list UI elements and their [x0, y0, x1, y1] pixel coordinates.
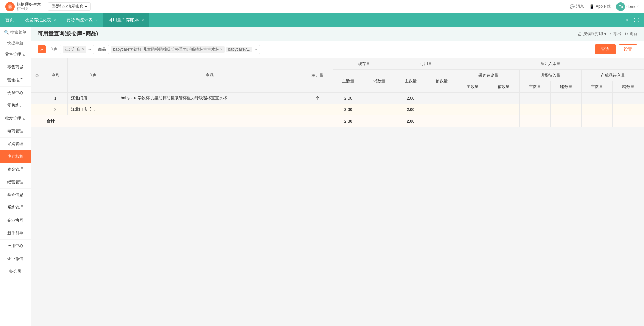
sidebar-item-wholesale[interactable]: 批发管理 ▲ [0, 112, 31, 125]
row2-warehouse: 江北门店【... [68, 104, 117, 115]
row1-incoming-aux [550, 93, 582, 104]
row1-warehouse: 江北门店 [68, 93, 117, 104]
tab-close-order[interactable]: × [95, 18, 97, 22]
download-icon: 📱 [589, 4, 594, 9]
row1-purchase-main [457, 93, 488, 104]
row1-product: babycare学饮杯 儿童防摔防撞吸管杯重力球吸嘴杯宝宝水杯 [117, 93, 302, 104]
sidebar-item-operation[interactable]: 经营管理 [0, 176, 31, 189]
export-btn[interactable]: ↑ 导出 [610, 31, 621, 37]
fullscreen-icon[interactable]: ⛶ [631, 16, 641, 24]
row1-incoming-main [519, 93, 550, 104]
table-area: ⚙ 序号 仓库 商品 主计量 现存量 可用量 预计入库量 主数量 辅数量 主数量 [31, 58, 644, 326]
sidebar-item-guide[interactable]: 新手引导 [0, 227, 31, 240]
sidebar-item-basic-info[interactable]: 基础信息 [0, 189, 31, 201]
summary-label: 合计 [43, 115, 333, 127]
sidebar-item-retail-mgmt[interactable]: 零售管理 ▲ [0, 48, 31, 61]
tab-available-stock[interactable]: 可用量库存账本 × [103, 13, 149, 27]
message-icon: 💬 [570, 4, 575, 9]
top-bar: 畅 畅捷通好生意 标准版 母婴行业演示账套 ▾ 💬 消息 📱 App下载 Ea … [0, 0, 644, 13]
row1-unit: 个 [302, 93, 333, 104]
th-incoming-sub: 进货待入量 [519, 70, 581, 81]
th-incoming-main: 主数量 [519, 81, 550, 93]
sidebar-item-inventory[interactable]: 库存核算 [0, 150, 31, 163]
top-bar-left: 畅 畅捷通好生意 标准版 母婴行业演示账套 ▾ [5, 2, 91, 11]
sidebar-item-finance[interactable]: 资金管理 [0, 163, 31, 176]
sidebar-item-wechat[interactable]: 企业微信 [0, 252, 31, 265]
th-purchase-main: 主数量 [457, 81, 488, 93]
sidebar-item-retail-mall[interactable]: 零售商城 [0, 61, 31, 74]
row1-purchase-aux [488, 93, 520, 104]
tab-close-receive[interactable]: × [54, 18, 56, 22]
th-incoming-aux: 辅数量 [550, 81, 582, 93]
refresh-icon: ↻ [625, 32, 628, 36]
row2-seq: 2 [43, 104, 68, 115]
warehouse-tag: 江北门店 × [63, 46, 86, 53]
close-tab-icon[interactable]: × [623, 16, 631, 24]
sidebar-item-ecommerce[interactable]: 电商管理 [0, 125, 31, 138]
th-forecast-group: 预计入库量 [457, 58, 644, 70]
sidebar-quick-nav[interactable]: 快捷导航 [0, 38, 31, 48]
warehouse-tag-remove[interactable]: × [82, 47, 84, 52]
tab-close-available[interactable]: × [142, 18, 144, 22]
tab-order-stats[interactable]: 要货单统计表 × [61, 13, 103, 27]
row2-incoming-aux [550, 104, 582, 115]
app-download-btn[interactable]: 📱 App下载 [589, 4, 611, 9]
product-tag1-remove[interactable]: × [220, 47, 223, 52]
expand-icon: ▲ [22, 53, 26, 56]
tenant-selector[interactable]: 母婴行业演示账套 ▾ [48, 2, 91, 11]
summary-row: 合计 2.00 2.00 [31, 115, 644, 127]
query-button[interactable]: 查询 [595, 44, 616, 54]
th-avail-aux: 辅数量 [426, 70, 457, 93]
setting-button[interactable]: 设置 [619, 44, 637, 54]
expand-icon-wholesale: ▲ [22, 117, 26, 120]
page-actions: 🖨 按模板打印 ▾ ↑ 导出 ↻ 刷新 [578, 31, 637, 37]
sidebar-item-retail-stats[interactable]: 零售统计 [0, 99, 31, 112]
th-product-aux: 辅数量 [613, 81, 644, 93]
row2-product [117, 104, 302, 115]
print-dropdown-icon: ▾ [604, 32, 606, 36]
row2-unit [302, 104, 333, 115]
warehouse-input[interactable]: 江北门店 × ··· [60, 45, 94, 54]
sidebar-item-member2[interactable]: 畅会员 [0, 265, 31, 278]
page-header: 可用量查询(按仓库+商品) 🖨 按模板打印 ▾ ↑ 导出 ↻ 刷新 [31, 27, 644, 41]
row2-incoming-main [519, 104, 550, 115]
sidebar-item-app-center[interactable]: 应用中心 [0, 240, 31, 252]
row1-product-main [582, 93, 613, 104]
row1-avail-main: 2.00 [395, 93, 426, 104]
sidebar-item-marketing[interactable]: 营销推广 [0, 74, 31, 87]
sidebar-item-enterprise[interactable]: 企业协同 [0, 214, 31, 227]
logo-icon: 畅 [5, 2, 15, 11]
print-btn[interactable]: 🖨 按模板打印 ▾ [578, 31, 606, 37]
main-layout: 🔍 搜索菜单 快捷导航 零售管理 ▲ 零售商城 营销推广 会员中心 零售统计 批… [0, 27, 644, 326]
warehouse-filter: 仓库 江北门店 × ··· [50, 45, 94, 54]
product-tag1: babycare学饮杯 儿童防摔防撞吸管杯重力球吸嘴杯宝宝水杯 × [111, 46, 225, 53]
th-warehouse: 仓库 [68, 58, 117, 93]
column-settings-icon[interactable]: ⚙ [35, 73, 39, 78]
row1-product-aux [613, 93, 644, 104]
top-bar-right: 💬 消息 📱 App下载 Ea demo2 [570, 2, 639, 11]
th-unit: 主计量 [302, 58, 333, 93]
product-more[interactable]: ··· [254, 47, 257, 52]
message-btn[interactable]: 💬 消息 [570, 4, 584, 9]
nav-tabs: 首页 收发存汇总表 × 要货单统计表 × 可用量库存账本 × × ⛶ [0, 13, 644, 27]
product-input[interactable]: babycare学饮杯 儿童防摔防撞吸管杯重力球吸嘴杯宝宝水杯 × babyca… [108, 45, 260, 54]
th-seq: 序号 [43, 58, 68, 93]
th-product-main: 主数量 [582, 81, 613, 93]
summary-avail-main: 2.00 [395, 115, 426, 127]
filter-actions: 查询 设置 [595, 44, 637, 54]
th-product: 商品 [117, 58, 302, 93]
user-menu[interactable]: Ea demo2 [616, 2, 639, 11]
page-title: 可用量查询(按仓库+商品) [38, 30, 98, 37]
sidebar-item-purchase[interactable]: 采购管理 [0, 138, 31, 150]
refresh-btn[interactable]: ↻ 刷新 [625, 31, 637, 37]
sidebar-item-member[interactable]: 会员中心 [0, 87, 31, 99]
th-purchase-sub: 采购在途量 [457, 70, 519, 81]
filter-expand-btn[interactable]: » [38, 45, 46, 53]
sidebar-search[interactable]: 🔍 搜索菜单 [0, 27, 31, 38]
tab-receive-summary[interactable]: 收发存汇总表 × [19, 13, 61, 27]
table-row: 1 江北门店 babycare学饮杯 儿童防摔防撞吸管杯重力球吸嘴杯宝宝水杯 个… [31, 93, 644, 104]
warehouse-more[interactable]: ··· [88, 47, 91, 52]
sidebar-item-system[interactable]: 系统管理 [0, 201, 31, 214]
tab-home[interactable]: 首页 [0, 13, 19, 27]
summary-stock-main: 2.00 [333, 115, 364, 127]
